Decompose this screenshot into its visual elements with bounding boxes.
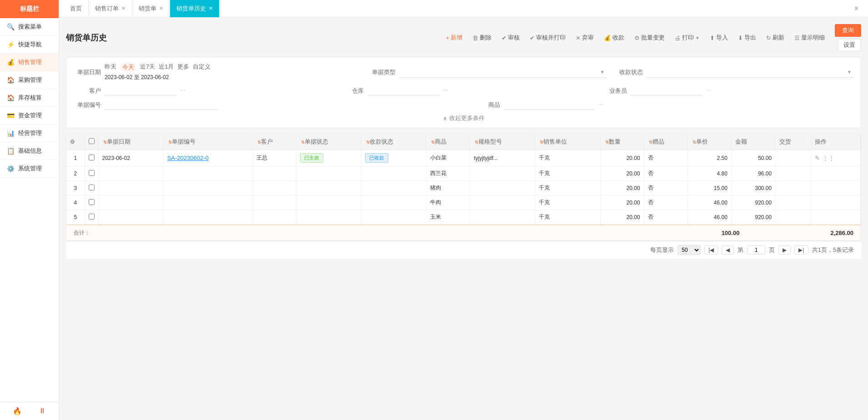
row-action-3 [811,195,861,210]
shortcut-7days[interactable]: 近7天 [140,63,155,72]
sidebar-item-search[interactable]: 🔍 搜索菜单 [0,18,59,36]
goods-dots[interactable]: ··· [598,100,603,108]
sidebar-item-operations[interactable]: 📊 经营管理 [0,125,59,142]
review-print-button[interactable]: ✔ 审核并打印 [526,32,569,44]
fire-icon[interactable]: 🔥 [13,407,22,415]
chart-icon: 📊 [7,130,15,137]
page-unit: 页 [769,246,775,254]
next-page-btn[interactable]: ▶ [778,245,791,255]
pay-status-th[interactable]: ⇅收款状态 [361,134,426,150]
salesman-input[interactable] [631,86,702,95]
warehouse-input[interactable] [367,86,439,95]
pause-icon[interactable]: ⏸ [39,407,46,415]
goods-th[interactable]: ⇅商品 [426,134,470,150]
doc-status-th[interactable]: ⇅单据状态 [296,134,361,150]
customer-input[interactable] [105,86,176,95]
edit-icon-0[interactable]: ✎ [815,155,820,161]
batch-icon: ⚙ [634,35,640,41]
sidebar-item-inventory[interactable]: 🏠 库存核算 [0,89,59,107]
row-checkbox-3[interactable] [89,199,95,205]
sidebar-item-sales[interactable]: 💰 销售管理 [0,54,59,71]
amount-th: 金额 [731,134,775,150]
setting-button[interactable]: 设置 [838,39,861,51]
docno-input[interactable] [105,100,218,110]
unit-th[interactable]: ⇅销售单位 [535,134,600,150]
qty-th[interactable]: ⇅数量 [600,134,644,150]
show-detail-button[interactable]: ☰ 显示明细 [791,32,828,44]
row-checkbox-1[interactable] [89,170,95,176]
tab-home[interactable]: 首页 [64,0,89,17]
sidebar-item-label: 基础信息 [18,147,42,155]
row-amount-2: 300.00 [731,181,775,195]
doc-no-link-0[interactable]: SA-20230602-0 [167,155,209,161]
action-th-label: 操作 [815,138,827,145]
tab-bar: 首页 销售订单 ✕ 销货单 ✕ 销货单历史 ✕ ✕ [59,0,868,17]
doc-status-badge-0: 已生效 [300,153,323,163]
close-tab-sales-order[interactable]: ✕ [121,5,125,11]
row-spec-1 [470,166,535,181]
close-all-tabs[interactable]: ✕ [849,5,863,12]
first-page-btn[interactable]: |◀ [704,245,718,255]
row-checkbox-2[interactable] [89,185,95,190]
collect-button[interactable]: 💰 收款 [600,32,628,44]
doc-no-th[interactable]: ⇅单据编号 [163,134,252,150]
pay-status-select[interactable]: ▼ [647,67,853,78]
last-page-btn[interactable]: ▶| [794,245,808,255]
add-button[interactable]: + 新增 [442,32,467,44]
customer-dots[interactable]: ··· [180,86,186,94]
row-checkbox-4[interactable] [89,214,95,220]
warehouse-dots[interactable]: ··· [443,86,448,94]
print-button[interactable]: 🖨 打印 ▼ [671,32,703,44]
close-tab-sales-bill[interactable]: ✕ [159,5,163,11]
spec-th[interactable]: ⇅规格型号 [470,134,535,150]
close-tab-sales-history[interactable]: ✕ [209,5,213,11]
select-all-checkbox[interactable] [89,138,95,144]
row-spec-3 [470,195,535,210]
salesman-dots[interactable]: ··· [706,86,711,94]
goods-input[interactable] [504,100,595,110]
sidebar-item-finance[interactable]: 💳 资金管理 [0,107,59,125]
delete-button[interactable]: 🗑 删除 [469,32,495,44]
filter-row-2: 客户 ··· 仓库 ··· 业务员 [74,86,853,95]
shortcut-more[interactable]: 更多 [177,63,189,72]
query-button[interactable]: 查询 [835,24,861,37]
shortcut-1month[interactable]: 近1月 [159,63,174,72]
gift-th[interactable]: ⇅赠品 [644,134,687,150]
per-page-select[interactable]: 50 100 200 [677,245,701,255]
abandon-button[interactable]: ✕ 弃审 [572,32,597,44]
batch-button[interactable]: ⚙ 批量变更 [631,32,668,44]
row-docstatus-1 [296,166,361,181]
gear-th[interactable]: ⚙ [66,134,85,150]
doc-type-select[interactable]: ▼ [399,67,606,78]
refresh-button[interactable]: ↻ 刷新 [763,32,788,44]
sidebar-item-label: 快捷导航 [18,40,42,49]
price-th[interactable]: ⇅单价 [687,134,731,150]
prev-page-btn[interactable]: ◀ [722,245,734,255]
review-button[interactable]: ✔ 审核 [498,32,523,44]
date-range-value[interactable]: 2023-06-02 至 2023-06-02 [105,74,211,81]
shortcut-yesterday[interactable]: 昨天 [105,63,116,72]
sidebar-item-quicknav[interactable]: ⚡ 快捷导航 [0,36,59,54]
shortcut-today[interactable]: 今天 [120,63,136,72]
row-checkbox-0[interactable] [89,155,95,160]
collapse-button[interactable]: ∧ 收起更多条件 [74,114,853,122]
more-icon-0[interactable]: ⋮⋮ [823,155,834,161]
row-qty-0: 20.00 [600,150,644,166]
page-input[interactable] [747,245,765,255]
sidebar-item-purchase[interactable]: 🏠 采购管理 [0,71,59,89]
lightning-icon: ⚡ [7,41,15,48]
import-button[interactable]: ⬆ 导入 [706,32,732,44]
row-docstatus-0: 已生效 [296,150,361,166]
print-icon: 🖨 [675,35,681,41]
shortcut-custom[interactable]: 自定义 [193,63,211,72]
export-button[interactable]: ⬇ 导出 [734,32,760,44]
customer-th[interactable]: ⇅客户 [252,134,296,150]
sidebar-item-system[interactable]: ⚙️ 系统管理 [0,160,59,178]
doc-date-th[interactable]: ⇅单据日期 [98,134,163,150]
print-dropdown-arrow[interactable]: ▼ [695,35,700,40]
row-gear-4: 5 [66,210,85,225]
sidebar-item-basic-info[interactable]: 📋 基础信息 [0,142,59,160]
tab-sales-history[interactable]: 销货单历史 ✕ [170,0,220,17]
tab-sales-order[interactable]: 销售订单 ✕ [89,0,132,17]
tab-sales-bill[interactable]: 销货单 ✕ [132,0,170,17]
